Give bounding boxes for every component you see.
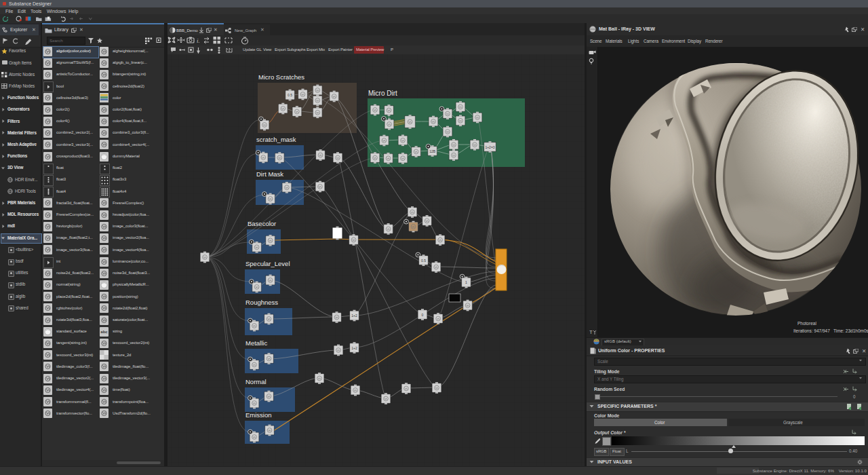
svg-text:Iterations: 947/947: Iterations: 947/947 bbox=[793, 328, 830, 333]
svg-text:1+2: 1+2 bbox=[351, 346, 357, 350]
svg-text:0.5: 0.5 bbox=[421, 259, 426, 263]
svg-text:12B: 12B bbox=[429, 149, 436, 153]
svg-text:1: 1 bbox=[465, 280, 467, 284]
svg-text:0.5: 0.5 bbox=[288, 93, 292, 97]
svg-text:Photoreal: Photoreal bbox=[797, 321, 816, 326]
svg-text:1+2: 1+2 bbox=[351, 314, 357, 318]
svg-text:Normal: Normal bbox=[245, 378, 267, 385]
svg-text:scratch_mask: scratch_mask bbox=[256, 136, 296, 143]
svg-text:i.: i. bbox=[197, 37, 200, 44]
svg-text:0: 0 bbox=[422, 313, 424, 317]
svg-text:1+2=3: 1+2=3 bbox=[485, 145, 494, 149]
svg-text:Time: 23d1h0m0s: Time: 23d1h0m0s bbox=[833, 328, 868, 333]
svg-text:Metallic: Metallic bbox=[245, 339, 267, 347]
svg-text:Micro Scratches: Micro Scratches bbox=[258, 73, 304, 81]
svg-text:Emission: Emission bbox=[245, 411, 272, 419]
svg-text:Micro Dirt: Micro Dirt bbox=[368, 90, 397, 97]
svg-text:Roughness: Roughness bbox=[245, 299, 278, 306]
svg-text:Specular_Level: Specular_Level bbox=[245, 260, 290, 267]
svg-text:T: T bbox=[589, 329, 593, 335]
svg-text:Dirt Mask: Dirt Mask bbox=[256, 170, 283, 178]
